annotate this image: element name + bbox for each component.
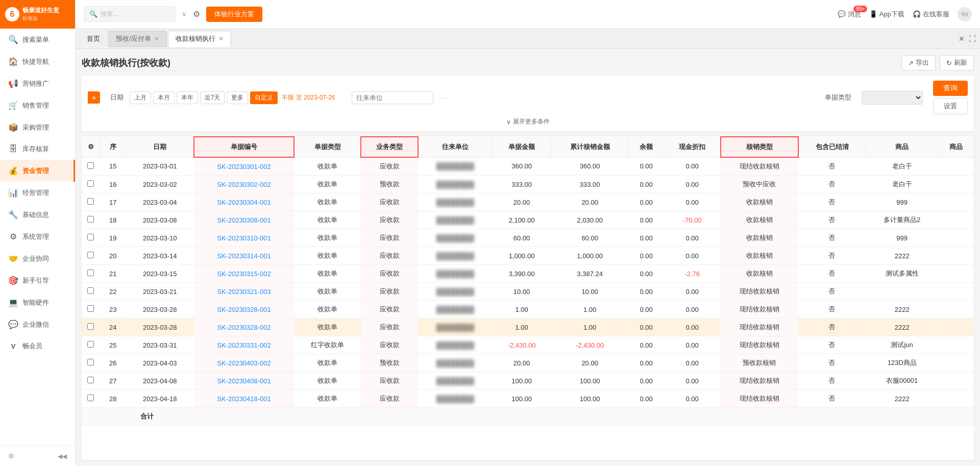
sidebar-item-wechat[interactable]: 💬企业微信 — [0, 313, 75, 335]
doc-no-link[interactable]: SK-20230321-003 — [217, 288, 271, 296]
online-service-area[interactable]: 🎧 在线客服 — [913, 10, 949, 19]
table-row[interactable]: 24 2023-03-28 SK-20230328-002 收款单 应收款 ██… — [82, 318, 974, 336]
doc-no-link[interactable]: SK-20230310-001 — [217, 234, 271, 242]
cell-writeoff-total: 1,000.00 — [551, 247, 629, 265]
page-header: 收款核销执行(按收款) ↗ 导出 ↻ 刷新 — [82, 55, 974, 70]
solution-button[interactable]: 体验行业方案 — [206, 7, 262, 22]
partner-input[interactable] — [352, 91, 433, 104]
cell-checkbox[interactable] — [82, 318, 100, 336]
cell-checkbox[interactable] — [82, 229, 100, 247]
user-avatar[interactable]: Rit — [958, 7, 972, 21]
tab-home[interactable]: 首页 — [80, 31, 107, 47]
sidebar-item-marketing[interactable]: 📢营销推广 — [0, 72, 75, 94]
sidebar-item-finance[interactable]: 💰资金管理 — [0, 160, 75, 182]
doc-no-link[interactable]: SK-20230315-002 — [217, 270, 271, 278]
table-row[interactable]: 20 2023-03-14 SK-20230314-001 收款单 应收款 ██… — [82, 247, 974, 265]
table-row[interactable]: 21 2023-03-15 SK-20230315-002 收款单 应收款 ██… — [82, 265, 974, 283]
close-all-button[interactable]: ✕ — [959, 35, 965, 43]
doc-no-link[interactable]: SK-20230308-001 — [217, 216, 271, 224]
more-date-button[interactable]: 更多 — [227, 91, 248, 104]
date-filter-label: 日期 — [110, 93, 124, 102]
tab-prepay-close[interactable]: ✕ — [154, 35, 159, 42]
tab-writeoff-close[interactable]: ✕ — [218, 35, 224, 42]
cell-checkbox[interactable] — [82, 354, 100, 372]
this-year-button[interactable]: 本年 — [177, 91, 198, 104]
doc-no-link[interactable]: SK-20230304-001 — [217, 199, 271, 206]
doc-no-link[interactable]: SK-20230314-001 — [217, 252, 271, 260]
sidebar-item-basic[interactable]: 🔧基础信息 — [0, 204, 75, 226]
sidebar-item-operation[interactable]: 📊经营管理 — [0, 182, 75, 204]
cell-checkbox[interactable] — [82, 176, 100, 193]
table-row[interactable]: 18 2023-03-08 SK-20230308-001 收款单 应收款 ██… — [82, 211, 974, 229]
cell-product: 衣服00001 — [866, 372, 939, 390]
table-row[interactable]: 28 2023-04-18 SK-20230418-001 收款单 应收款 ██… — [82, 390, 974, 408]
cell-product2 — [939, 247, 974, 265]
cell-checkbox[interactable] — [82, 193, 100, 211]
table-row[interactable]: 19 2023-03-10 SK-20230310-001 收款单 应收款 ██… — [82, 229, 974, 247]
cell-checkbox[interactable] — [82, 372, 100, 390]
sidebar-item-purchase[interactable]: 📦采购管理 — [0, 116, 75, 138]
doc-no-link[interactable]: SK-20230331-002 — [217, 341, 271, 349]
table-row[interactable]: 17 2023-03-04 SK-20230304-001 收款单 应收款 ██… — [82, 193, 974, 211]
cell-checkbox[interactable] — [82, 211, 100, 229]
topbar-search[interactable]: 🔍 搜索... — [84, 6, 176, 22]
doc-no-link[interactable]: SK-20230301-002 — [217, 163, 271, 170]
doc-no-link[interactable]: SK-20230302-002 — [217, 181, 271, 188]
tab-prepay[interactable]: 预收/应付单 ✕ — [108, 31, 167, 47]
cell-cash-discount: 0.00 — [664, 193, 720, 211]
cell-checkbox[interactable] — [82, 336, 100, 354]
sidebar-item-hardware[interactable]: 💻智能硬件 — [0, 291, 75, 313]
query-button[interactable]: 查询 — [933, 81, 968, 96]
custom-date-button[interactable]: 自定义 — [250, 91, 278, 104]
cell-checkbox[interactable] — [82, 390, 100, 408]
app-download-area[interactable]: 📱 App下载 — [869, 10, 904, 19]
sidebar-item-label: 采购管理 — [22, 123, 49, 132]
sidebar-item-guide[interactable]: 🎯新手引导 — [0, 269, 75, 291]
expand-button[interactable]: ⛶ — [969, 35, 976, 43]
doc-no-link[interactable]: SK-20230418-001 — [217, 395, 271, 403]
table-row[interactable]: 16 2023-03-02 SK-20230302-002 收款单 预收款 ██… — [82, 176, 974, 193]
sidebar-item-search[interactable]: 🔍搜索菜单 — [0, 29, 75, 51]
topbar-chevron-icon[interactable]: ∨ — [182, 10, 187, 18]
message-area[interactable]: 💬 消息 99+ — [838, 10, 861, 19]
doc-no-link[interactable]: SK-20230408-001 — [217, 377, 271, 385]
cell-checkbox[interactable] — [82, 247, 100, 265]
tab-writeoff[interactable]: 收款核销执行 ✕ — [168, 31, 231, 47]
sidebar-item-inventory[interactable]: 🗄库存核算 — [0, 138, 75, 160]
filter-expand-button[interactable]: » — [88, 91, 100, 104]
cell-no: 15 — [100, 157, 126, 176]
export-button[interactable]: ↗ 导出 — [901, 55, 936, 70]
doc-no-link[interactable]: SK-20230328-001 — [217, 306, 271, 313]
cell-checkbox[interactable] — [82, 283, 100, 301]
export-icon: ↗ — [908, 59, 914, 67]
doc-no-link[interactable]: SK-20230403-002 — [217, 359, 271, 367]
table-row[interactable]: 27 2023-04-08 SK-20230408-001 收款单 应收款 ██… — [82, 372, 974, 390]
sidebar-item-sales[interactable]: 🛒销售管理 — [0, 94, 75, 116]
table-row[interactable]: 15 2023-03-01 SK-20230301-002 收款单 应收款 ██… — [82, 157, 974, 176]
cell-checkbox[interactable] — [82, 157, 100, 176]
sidebar-item-quick-nav[interactable]: 🏠快捷导航 — [0, 51, 75, 72]
table-row[interactable]: 22 2023-03-21 SK-20230321-003 收款单 应收款 ██… — [82, 283, 974, 301]
last-month-button[interactable]: 上月 — [130, 91, 151, 104]
collapse-icon[interactable]: ◀◀ — [58, 453, 67, 460]
table-row[interactable]: 25 2023-03-31 SK-20230331-002 红字收款单 应收款 … — [82, 336, 974, 354]
sidebar-item-member[interactable]: V畅会员 — [0, 335, 75, 357]
sidebar-item-corp[interactable]: 🤝企业协同 — [0, 248, 75, 269]
doc-type-select[interactable] — [862, 91, 923, 105]
cell-doc-type: 收款单 — [294, 193, 361, 211]
doc-no-link[interactable]: SK-20230328-002 — [217, 324, 271, 331]
cell-checkbox[interactable] — [82, 265, 100, 283]
topbar-gear-icon[interactable]: ⚙ — [193, 9, 200, 19]
cell-checkbox[interactable] — [82, 301, 100, 318]
col-settings[interactable]: ⚙ — [82, 137, 100, 157]
sidebar-item-system[interactable]: ⚙系统管理 — [0, 226, 75, 248]
table-row[interactable]: 23 2023-03-28 SK-20230328-001 收款单 应收款 ██… — [82, 301, 974, 318]
table-row[interactable]: 26 2023-04-03 SK-20230403-002 收款单 预收款 ██… — [82, 354, 974, 372]
expand-more-button[interactable]: ∨ 展开更多条件 — [506, 117, 550, 126]
sidebar-bottom: ⚙ ◀◀ — [0, 446, 75, 466]
last-7days-button[interactable]: 近7天 — [200, 91, 225, 104]
settings-icon[interactable]: ⚙ — [8, 452, 14, 460]
filter-settings-button[interactable]: 设置 — [933, 98, 968, 114]
this-month-button[interactable]: 本月 — [153, 91, 175, 104]
refresh-button[interactable]: ↻ 刷新 — [940, 55, 974, 70]
